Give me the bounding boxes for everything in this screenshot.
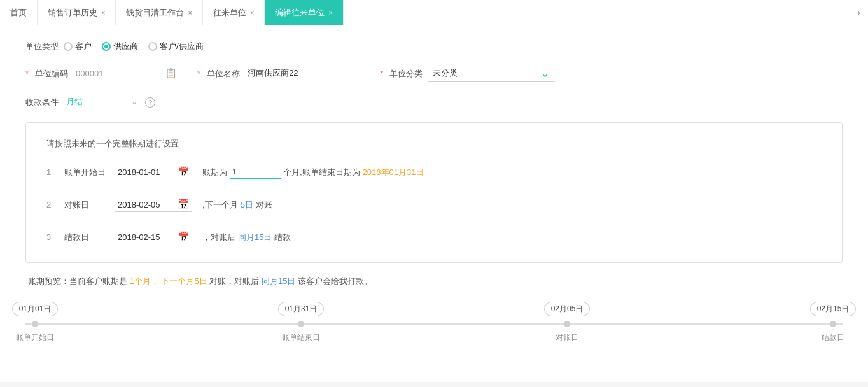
preview-prefix: 账期预览：当前客户账期是 — [28, 276, 127, 286]
settings-row-1-desc-mid: 个月,账单结束日期为 — [283, 167, 360, 178]
tabs-bar: 首页 销售订单历史 × 钱货日清工作台 × 往来单位 × 编辑往来单位 × › — [0, 0, 868, 25]
unit-type-radio-group: 客户 供应商 客户/供应商 — [64, 41, 204, 52]
settings-row-3-desc-prefix: ，对账后 — [202, 232, 235, 243]
settings-box: 请按照未来的一个完整帐期进行设置 1 账单开始日 📅 账期为 个月,账单结束日期… — [25, 122, 843, 263]
tab-edit-partner[interactable]: 编辑往来单位 × — [265, 0, 343, 25]
tab-home[interactable]: 首页 — [0, 0, 38, 25]
settings-row-1-num: 1 — [46, 167, 64, 177]
settings-row-3-num: 3 — [46, 232, 64, 242]
settings-row-1-key: 账单开始日 — [64, 167, 115, 178]
tab-partner-unit-label: 往来单位 — [213, 7, 246, 18]
payment-row: 收款条件 月结 ⌄ ? — [25, 95, 843, 109]
radio-customer[interactable]: 客户 — [64, 41, 92, 52]
timeline-label-bottom-3: 对账日 — [556, 332, 578, 343]
settings-row-3-desc-suffix: 结款 — [274, 232, 291, 243]
unit-class-chevron-icon: ⌄ — [540, 66, 550, 80]
radio-both[interactable]: 客户/供应商 — [148, 41, 204, 52]
radio-supplier[interactable]: 供应商 — [102, 41, 138, 52]
tabs-scroll-arrow[interactable]: › — [850, 0, 868, 25]
timeline-point-3: 02月05日 对账日 — [564, 321, 570, 327]
timeline-dot-3 — [564, 321, 570, 327]
payment-value: 月结 — [66, 96, 129, 108]
timeline-label-top-1: 01月01日 — [12, 302, 59, 316]
timeline-label-top-2: 01月31日 — [278, 302, 325, 316]
preview-hl2: 下一个月5日 — [161, 276, 207, 286]
payment-label: 收款条件 — [25, 97, 59, 108]
settings-row-2-calendar-icon[interactable]: 📅 — [178, 199, 190, 210]
preview-mid: 对账，对账后 — [209, 276, 259, 286]
tab-cashier[interactable]: 钱货日清工作台 × — [116, 0, 202, 25]
tab-cashier-close[interactable]: × — [188, 9, 192, 17]
payment-select[interactable]: 月结 ⌄ — [64, 95, 140, 109]
settings-row-3-key: 结款日 — [64, 232, 115, 243]
settings-row-3-calendar-icon[interactable]: 📅 — [178, 231, 190, 243]
settings-row-2-desc-prefix: ,下一个月 — [202, 199, 238, 211]
settings-row-1-month-input[interactable] — [230, 165, 281, 179]
unit-type-field: 单位类型 客户 供应商 客户/供应商 — [25, 41, 204, 52]
unit-code-icon[interactable]: 📋 — [165, 67, 177, 79]
timeline-points: 01月01日 账单开始日 01月31日 账单结束日 02月05日 对账日 — [32, 321, 836, 327]
unit-info-row: * 单位编码 📋 * 单位名称 * 单位分类 未分类 ⌄ — [25, 65, 843, 82]
unit-class-required: * — [380, 69, 383, 78]
unit-class-label: 单位分类 — [389, 68, 423, 80]
tab-partner-unit-close[interactable]: × — [250, 9, 254, 17]
tab-partner-unit[interactable]: 往来单位 × — [203, 0, 265, 25]
settings-row-1-date-wrapper: 📅 — [115, 165, 192, 179]
payment-field: 收款条件 月结 ⌄ ? — [25, 95, 155, 109]
preview-suffix: 该客户会给我打款。 — [298, 276, 372, 286]
settings-row-2-date-input[interactable] — [118, 200, 175, 209]
timeline-track: 01月01日 账单开始日 01月31日 账单结束日 02月05日 对账日 — [25, 305, 843, 343]
settings-row-1-desc-prefix: 账期为 — [202, 167, 227, 178]
timeline-label-bottom-4: 结款日 — [822, 332, 844, 343]
settings-row-3-highlight: 同月15日 — [238, 232, 272, 243]
tab-sales-history-label: 销售订单历史 — [48, 7, 97, 18]
unit-class-field: * 单位分类 未分类 ⌄ — [380, 65, 555, 82]
timeline-label-bottom-2: 账单结束日 — [282, 332, 320, 343]
timeline-label-bottom-1: 账单开始日 — [16, 332, 54, 343]
timeline-point-4: 02月15日 结款日 — [830, 321, 836, 327]
settings-row-1-date-input[interactable] — [118, 167, 175, 177]
payment-help-icon[interactable]: ? — [145, 97, 155, 108]
settings-row-2-key: 对账日 — [64, 199, 115, 211]
settings-row-3: 3 结款日 📅 ，对账后 同月15日 结款 — [46, 230, 822, 244]
settings-row-2: 2 对账日 📅 ,下一个月 5日 对账 — [46, 197, 822, 212]
unit-code-field: * 单位编码 📋 — [25, 67, 177, 80]
unit-code-label: 单位编码 — [35, 68, 68, 80]
timeline-dot-1 — [32, 321, 38, 327]
unit-code-required: * — [25, 69, 29, 78]
tab-edit-partner-label: 编辑往来单位 — [275, 7, 325, 18]
settings-title: 请按照未来的一个完整帐期进行设置 — [46, 138, 822, 150]
payment-chevron-icon: ⌄ — [131, 97, 137, 106]
settings-row-1-end-date: 2018年01月31日 — [363, 167, 424, 178]
settings-row-2-num: 2 — [46, 200, 64, 209]
settings-row-1-desc: 账期为 个月,账单结束日期为 2018年01月31日 — [202, 165, 424, 179]
unit-name-input[interactable] — [245, 67, 360, 80]
preview-hl3: 同月15日 — [262, 276, 295, 286]
unit-type-row: 单位类型 客户 供应商 客户/供应商 — [25, 41, 843, 52]
tab-cashier-label: 钱货日清工作台 — [126, 7, 184, 18]
radio-both-label: 客户/供应商 — [160, 41, 204, 52]
page-content: 单位类型 客户 供应商 客户/供应商 * 单位编码 — [0, 25, 868, 382]
timeline-point-2: 01月31日 账单结束日 — [298, 321, 304, 327]
settings-row-3-date-input[interactable] — [118, 232, 175, 242]
timeline-dot-4 — [830, 321, 836, 327]
unit-code-input-wrapper: 📋 — [73, 67, 177, 80]
unit-name-label: 单位名称 — [207, 68, 240, 80]
unit-code-input[interactable] — [73, 67, 162, 80]
radio-customer-circle — [64, 42, 73, 51]
unit-class-select[interactable]: 未分类 ⌄ — [428, 65, 555, 82]
settings-row-2-desc-suffix: 对账 — [256, 199, 272, 211]
unit-name-field: * 单位名称 — [197, 67, 360, 80]
radio-customer-label: 客户 — [75, 41, 92, 52]
settings-row-1-calendar-icon[interactable]: 📅 — [178, 166, 190, 178]
tab-sales-history-close[interactable]: × — [101, 9, 105, 17]
settings-row-2-desc: ,下一个月 5日 对账 — [202, 199, 272, 211]
radio-supplier-label: 供应商 — [113, 41, 138, 52]
tab-sales-history[interactable]: 销售订单历史 × — [38, 0, 116, 25]
unit-class-value: 未分类 — [433, 67, 538, 79]
timeline-label-top-4: 02月15日 — [810, 302, 857, 316]
settings-row-3-date-wrapper: 📅 — [115, 230, 192, 244]
settings-row-2-date-wrapper: 📅 — [115, 197, 192, 212]
radio-both-circle — [148, 42, 157, 51]
tab-edit-partner-close[interactable]: × — [328, 9, 332, 17]
